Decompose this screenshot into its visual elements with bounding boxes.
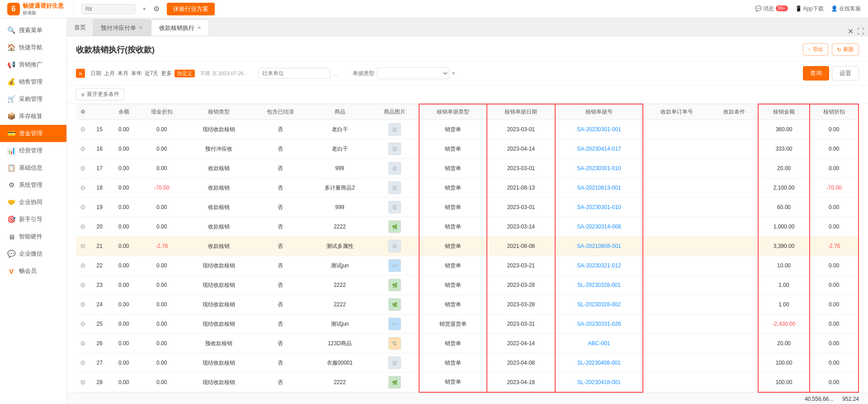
- product-image-cell: 🏗: [371, 334, 419, 353]
- bill-no-link[interactable]: SA-20230314-008: [577, 223, 621, 230]
- tab-maximize-btn[interactable]: ⛶: [857, 28, 864, 36]
- bill-no-link[interactable]: SA-20210808-001: [577, 243, 621, 249]
- included-settled-cell: 否: [252, 314, 309, 334]
- tab-close-prepay[interactable]: ✕: [139, 25, 143, 31]
- sidebar-item-purchase[interactable]: 🛒 采购管理: [0, 90, 66, 108]
- sidebar-item-marketing[interactable]: 📢 营销推广: [0, 56, 66, 73]
- tab-home[interactable]: 首页: [67, 19, 93, 36]
- settings-cell[interactable]: ⚙: [76, 314, 90, 334]
- bill-no-link[interactable]: SA-20230301-010: [577, 204, 621, 210]
- bill-no-cell[interactable]: SA-20230331-026: [555, 314, 643, 334]
- th-settings[interactable]: ⚙: [76, 104, 90, 120]
- sidebar-item-basic-info[interactable]: 📋 基础信息: [0, 159, 66, 176]
- settings-cell[interactable]: ⚙: [76, 237, 90, 256]
- bill-no-cell[interactable]: SA-20230301-001: [555, 120, 643, 139]
- writeoff-discount-cell: 0.00: [810, 256, 859, 276]
- settings-cell[interactable]: ⚙: [76, 217, 90, 237]
- tab-close-receipt-writeoff[interactable]: ✕: [197, 25, 201, 31]
- dropdown-arrow[interactable]: ▾: [143, 5, 146, 12]
- settings-cell[interactable]: ⚙: [76, 295, 90, 314]
- bill-no-link[interactable]: SA-20230301-001: [577, 126, 621, 133]
- settings-cell[interactable]: ⚙: [76, 198, 90, 217]
- settings-cell[interactable]: ⚙: [76, 353, 90, 373]
- sidebar-item-business[interactable]: 📊 经营管理: [0, 142, 66, 159]
- bill-no-cell[interactable]: SL-20230408-001: [555, 353, 643, 373]
- export-btn[interactable]: ↑ 导出: [803, 43, 828, 56]
- sidebar-item-quick-nav[interactable]: 🏠 快捷导航: [0, 39, 66, 56]
- member-icon: V: [7, 267, 15, 275]
- setting-btn[interactable]: 设置: [832, 66, 859, 81]
- bill-no-cell[interactable]: SA-20210813-001: [555, 178, 643, 198]
- this-year-btn[interactable]: 本年: [131, 70, 142, 77]
- bill-no-cell[interactable]: SL-20230328-001: [555, 276, 643, 295]
- bill-no-link[interactable]: SL-20230418-001: [577, 379, 621, 385]
- expand-more-btn[interactable]: ∨ 展开更多条件: [76, 88, 124, 100]
- settings-cell[interactable]: ⚙: [76, 334, 90, 353]
- sidebar-item-member[interactable]: V 畅会员: [0, 262, 66, 280]
- tab-receipt-writeoff[interactable]: 收款核销执行 ✕: [151, 19, 209, 36]
- refresh-btn[interactable]: ↻ 刷新: [832, 43, 859, 56]
- settings-cell[interactable]: ⚙: [76, 178, 90, 198]
- bill-no-link[interactable]: SA-20210813-001: [577, 185, 621, 191]
- bill-no-cell[interactable]: SL-20230418-001: [555, 373, 643, 392]
- table-row: ⚙ 22 0.00 0.00 现结收款核销 否 测试jun 🏷 销货单 2023…: [76, 256, 859, 276]
- balance-cell: 0.00: [109, 334, 138, 353]
- bill-no-link[interactable]: SA-20230301-010: [577, 165, 621, 171]
- settings-cell[interactable]: ⚙: [76, 276, 90, 295]
- bill-no-cell[interactable]: SA-20230314-008: [555, 217, 643, 237]
- bill-type-cell: 销货单: [419, 334, 487, 353]
- sidebar-item-hardware[interactable]: 🖥 智能硬件: [0, 228, 66, 245]
- last-month-btn[interactable]: 上月: [104, 70, 115, 77]
- bill-no-cell[interactable]: SA-20230301-010: [555, 159, 643, 178]
- unit-dots[interactable]: ...: [333, 70, 338, 77]
- sidebar-item-enterprise[interactable]: 🤝 企业协同: [0, 194, 66, 211]
- bill-no-cell[interactable]: SA-20210808-001: [555, 237, 643, 256]
- bill-no-cell[interactable]: SA-20230414-017: [555, 139, 643, 159]
- unit-input[interactable]: [258, 68, 330, 79]
- bill-no-link[interactable]: SL-20230328-001: [577, 282, 621, 288]
- sidebar-item-funds[interactable]: 💳 资金管理: [0, 125, 66, 142]
- messages-btn[interactable]: 💬 消息 99+: [755, 5, 788, 13]
- last7days-btn[interactable]: 近7天: [145, 70, 159, 77]
- product-image-thumb: 🖼: [388, 240, 401, 252]
- custom-date-btn[interactable]: 自定义: [175, 70, 195, 77]
- settings-cell[interactable]: ⚙: [76, 120, 90, 139]
- this-month-btn[interactable]: 本月: [118, 70, 128, 77]
- bill-no-cell[interactable]: SA-20230321-012: [555, 256, 643, 276]
- app-download-btn[interactable]: 📱 App下载: [795, 5, 824, 13]
- bill-no-link[interactable]: SL-20230408-001: [577, 360, 621, 366]
- doc-type-select[interactable]: [377, 67, 449, 79]
- bill-date-cell: 2023-03-01: [487, 120, 555, 139]
- bill-no-link[interactable]: SA-20230331-026: [577, 321, 621, 327]
- gear-icon[interactable]: ⚙: [153, 5, 160, 13]
- online-service-btn[interactable]: 👤 在线客服: [831, 5, 861, 13]
- sidebar-item-wechat[interactable]: 💬 企业微信: [0, 245, 66, 262]
- settings-cell[interactable]: ⚙: [76, 373, 90, 392]
- tab-prepay[interactable]: 预付冲应付单 ✕: [93, 19, 151, 36]
- sidebar-item-label: 企业协同: [19, 198, 42, 206]
- sidebar-item-search[interactable]: 🔍 搜索菜单: [0, 22, 66, 39]
- bill-no-link[interactable]: SA-20230414-017: [577, 146, 621, 152]
- settings-cell[interactable]: ⚙: [76, 256, 90, 276]
- collapse-btn[interactable]: »: [76, 69, 85, 78]
- bill-no-link[interactable]: SL-20230328-002: [577, 301, 621, 308]
- writeoff-type-cell: 现结收款核销: [185, 373, 252, 392]
- sidebar-item-inventory[interactable]: 📦 库存核算: [0, 108, 66, 125]
- sidebar-item-system[interactable]: ⚙ 系统管理: [0, 176, 66, 194]
- bill-no-cell[interactable]: SA-20230301-010: [555, 198, 643, 217]
- bill-no-cell[interactable]: ABC-001: [555, 334, 643, 353]
- tab-close-window-btn[interactable]: ✕: [848, 27, 854, 36]
- industry-button[interactable]: 休验行业方案: [167, 3, 215, 15]
- query-btn[interactable]: 查询: [803, 66, 829, 81]
- tab-bar: 首页 预付冲应付单 ✕ 收款核销执行 ✕ ✕ ⛶: [67, 18, 868, 36]
- settings-cell[interactable]: ⚙: [76, 159, 90, 178]
- more-btn[interactable]: 更多: [161, 70, 172, 77]
- search-input[interactable]: [81, 4, 136, 14]
- bill-no-cell[interactable]: SL-20230328-002: [555, 295, 643, 314]
- sidebar-item-guide[interactable]: 🎯 新手引导: [0, 211, 66, 228]
- settings-cell[interactable]: ⚙: [76, 139, 90, 159]
- sidebar-item-sales[interactable]: 💰 销售管理: [0, 73, 66, 90]
- bill-no-link[interactable]: SA-20230321-012: [577, 262, 621, 269]
- bill-no-link[interactable]: ABC-001: [588, 340, 610, 347]
- seq-cell: 16: [90, 139, 109, 159]
